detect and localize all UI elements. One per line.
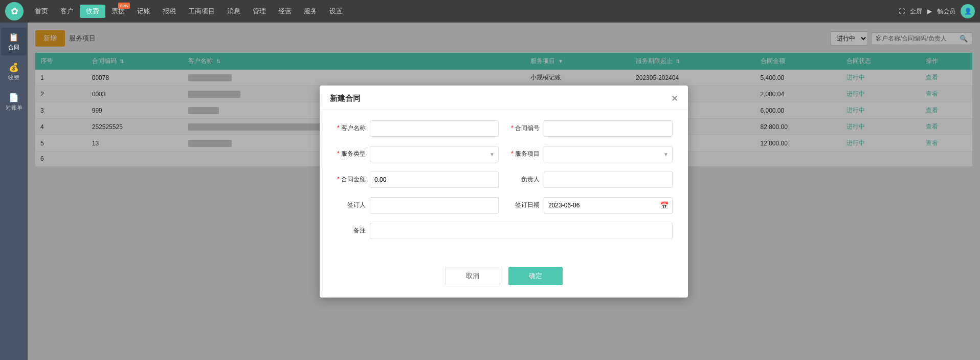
- modal-header: 新建合同 ✕: [320, 86, 688, 110]
- nav-settings[interactable]: 设置: [323, 5, 349, 18]
- service-item-select[interactable]: [544, 146, 673, 162]
- sign-date-wrap: 📅: [544, 197, 673, 214]
- form-group-amount: 合同金额: [335, 172, 499, 188]
- top-nav: ✿ 首页 客户 收费 票据 new 记账 报税 工商项目 消息 管理 经营 服务…: [0, 0, 980, 23]
- form-row-2: 服务类型 ▼ 服务项目: [335, 146, 673, 162]
- modal-overlay: 新建合同 ✕ 客户名称 合同编号: [28, 23, 980, 360]
- main-layout: 📋 合同 💰 收费 📄 对账单 新增 服务项目 进行中 已完成 已取消: [0, 23, 980, 360]
- contract-no-label: 合同编号: [509, 124, 540, 133]
- sign-date-label: 签订日期: [509, 201, 540, 209]
- amount-input[interactable]: [370, 172, 499, 188]
- sidebar-item-billing[interactable]: 💰 收费: [1, 58, 27, 86]
- nav-tax[interactable]: 报税: [157, 5, 182, 18]
- form-group-service-item: 服务项目 ▼: [509, 146, 673, 162]
- nav-items: 首页 客户 收费 票据 new 记账 报税 工商项目 消息 管理 经营 服务 设…: [29, 5, 899, 18]
- nav-service[interactable]: 服务: [298, 5, 323, 18]
- form-group-signer: 签订人: [335, 197, 499, 214]
- signer-input[interactable]: [370, 197, 499, 214]
- form-row-4: 签订人 签订日期 📅: [335, 197, 673, 214]
- contract-no-input[interactable]: [544, 120, 673, 137]
- fullscreen-icon[interactable]: ⛶: [899, 8, 905, 15]
- nav-home[interactable]: 首页: [29, 5, 54, 18]
- nav-account[interactable]: 记账: [131, 5, 157, 18]
- contract-icon: 📋: [9, 32, 19, 42]
- modal-footer: 取消 确定: [320, 259, 688, 298]
- modal-body: 客户名称 合同编号 服务类型: [320, 110, 688, 259]
- sidebar-contract-label: 合同: [8, 44, 19, 51]
- sidebar-billing-label: 收费: [8, 74, 19, 81]
- avatar[interactable]: 👤: [961, 4, 975, 18]
- reconcile-icon: 📄: [9, 92, 19, 102]
- form-group-service-type: 服务类型 ▼: [335, 146, 499, 162]
- remark-label: 备注: [335, 226, 366, 235]
- responsible-label: 负责人: [509, 175, 540, 184]
- nav-operation[interactable]: 经营: [272, 5, 298, 18]
- sign-date-input[interactable]: [544, 197, 673, 214]
- new-badge: new: [118, 3, 130, 9]
- form-row-5: 备注: [335, 223, 673, 239]
- nav-right: ⛶ 全屏 ▶ 畅会员 👤: [899, 4, 975, 18]
- modal-title: 新建合同: [330, 94, 361, 103]
- form-group-customer: 客户名称: [335, 120, 499, 137]
- form-group-sign-date: 签订日期 📅: [509, 197, 673, 214]
- form-group-responsible: 负责人: [509, 172, 673, 188]
- responsible-input[interactable]: [544, 172, 673, 188]
- billing-icon: 💰: [9, 62, 19, 72]
- form-row-1: 客户名称 合同编号: [335, 120, 673, 137]
- service-item-label: 服务项目: [509, 150, 540, 158]
- nav-manage[interactable]: 管理: [247, 5, 272, 18]
- customer-name-label: 客户名称: [335, 124, 366, 133]
- nav-billing[interactable]: 收费: [80, 5, 105, 18]
- sidebar-item-contract[interactable]: 📋 合同: [1, 28, 27, 55]
- confirm-button[interactable]: 确定: [508, 267, 563, 285]
- new-contract-modal: 新建合同 ✕ 客户名称 合同编号: [320, 86, 688, 298]
- member-label[interactable]: 畅会员: [937, 7, 955, 16]
- modal-close-button[interactable]: ✕: [671, 94, 678, 103]
- form-row-3: 合同金额 负责人: [335, 172, 673, 188]
- service-item-select-wrap: ▼: [544, 146, 673, 162]
- sidebar: 📋 合同 💰 收费 📄 对账单: [0, 23, 28, 360]
- sidebar-item-reconcile[interactable]: 📄 对账单: [1, 88, 27, 116]
- fullscreen-label[interactable]: 全屏: [910, 7, 922, 16]
- sidebar-reconcile-label: 对账单: [6, 104, 23, 112]
- play-icon: ▶: [927, 8, 932, 15]
- nav-ticket[interactable]: 票据 new: [105, 5, 131, 18]
- signer-label: 签订人: [335, 201, 366, 209]
- form-group-contract-no: 合同编号: [509, 120, 673, 137]
- app-logo: ✿: [5, 2, 24, 20]
- cancel-button[interactable]: 取消: [445, 267, 500, 285]
- remark-input[interactable]: [370, 223, 673, 239]
- service-type-select-wrap: ▼: [370, 146, 499, 162]
- service-type-select[interactable]: [370, 146, 499, 162]
- content-area: 新增 服务项目 进行中 已完成 已取消 🔍 序号 合同: [28, 23, 980, 360]
- nav-business[interactable]: 工商项目: [182, 5, 221, 18]
- service-type-label: 服务类型: [335, 150, 366, 158]
- amount-label: 合同金额: [335, 175, 366, 184]
- form-group-remark: 备注: [335, 223, 673, 239]
- nav-message[interactable]: 消息: [221, 5, 247, 18]
- customer-name-input[interactable]: [370, 120, 499, 137]
- nav-customer[interactable]: 客户: [54, 5, 80, 18]
